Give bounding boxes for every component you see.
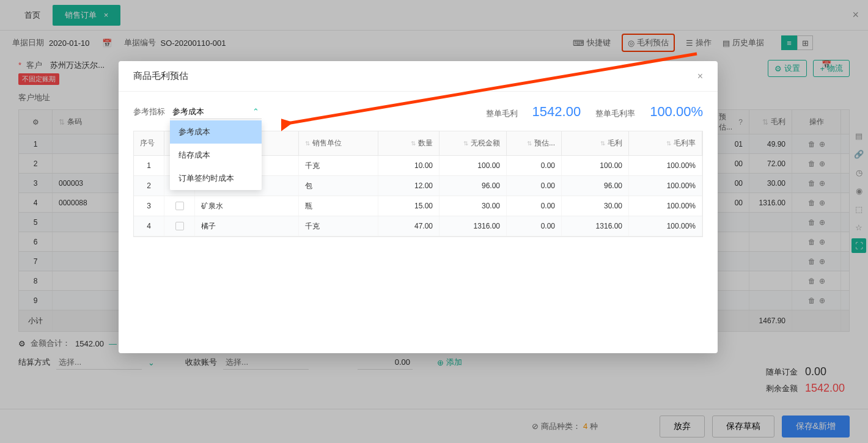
metric-select[interactable]: ⌃ 参考成本 结存成本 订单签约时成本 <box>170 104 262 119</box>
option-contract-cost[interactable]: 订单签约时成本 <box>170 167 262 190</box>
mrow-amount: 96.00 <box>440 176 507 196</box>
mrow-est: 0.00 <box>507 196 562 216</box>
metric-input[interactable] <box>170 104 262 119</box>
mrow-amount: 30.00 <box>440 196 507 216</box>
mrow-check[interactable] <box>164 196 195 216</box>
modal-stats: 整单毛利 1542.00 整单毛利率 100.00% <box>486 104 703 120</box>
mrow-qty: 10.00 <box>378 156 440 175</box>
modal-close-icon[interactable]: × <box>697 71 703 82</box>
metric-label: 参考指标 <box>133 106 165 117</box>
modal-body: 参考指标 ⌃ 参考成本 结存成本 订单签约时成本 整单毛利 1542.00 整单… <box>119 92 718 249</box>
mrow-qty: 12.00 <box>378 176 440 196</box>
modal-controls: 参考指标 ⌃ 参考成本 结存成本 订单签约时成本 整单毛利 1542.00 整单… <box>133 104 703 120</box>
mrow-unit: 千克 <box>299 156 378 175</box>
mrow-profit: 100.00 <box>562 156 629 175</box>
mcol-profit[interactable]: ⇅毛利 <box>562 131 629 155</box>
mcol-amount[interactable]: ⇅无税金额 <box>440 131 507 155</box>
mrow-unit: 瓶 <box>299 196 378 216</box>
mrow-idx: 4 <box>134 216 164 236</box>
mrow-rate: 100.00% <box>629 196 702 216</box>
total-rate-value: 100.00% <box>650 104 703 120</box>
mrow-rate: 100.00% <box>629 216 702 236</box>
chevron-up-icon[interactable]: ⌃ <box>252 107 259 116</box>
profit-row[interactable]: 4 橘子 千克 47.00 1316.00 0.00 1316.00 100.0… <box>134 216 702 236</box>
mrow-profit: 1316.00 <box>562 216 629 236</box>
option-balance-cost[interactable]: 结存成本 <box>170 144 262 167</box>
mrow-profit: 30.00 <box>562 196 629 216</box>
mrow-amount: 1316.00 <box>440 216 507 236</box>
total-profit-value: 1542.00 <box>532 104 581 120</box>
mrow-name: 橘子 <box>195 216 299 236</box>
mrow-est: 0.00 <box>507 216 562 236</box>
total-rate-label: 整单毛利率 <box>595 108 635 119</box>
mrow-idx: 2 <box>134 176 164 196</box>
mcol-unit[interactable]: ⇅销售单位 <box>299 131 378 155</box>
metric-dropdown: 参考成本 结存成本 订单签约时成本 <box>170 120 262 190</box>
mrow-unit: 包 <box>299 176 378 196</box>
modal-title: 商品毛利预估 <box>133 70 188 82</box>
mcol-qty[interactable]: ⇅数量 <box>378 131 440 155</box>
mrow-est: 0.00 <box>507 156 562 175</box>
mrow-profit: 96.00 <box>562 176 629 196</box>
mcol-rate[interactable]: ⇅毛利率 <box>629 131 702 155</box>
mrow-unit: 千克 <box>299 216 378 236</box>
mrow-amount: 100.00 <box>440 156 507 175</box>
mrow-idx: 3 <box>134 196 164 216</box>
mrow-rate: 100.00% <box>629 176 702 196</box>
mcol-est[interactable]: ⇅预估... <box>507 131 562 155</box>
mcol-idx[interactable]: 序号 <box>134 131 164 155</box>
mrow-qty: 47.00 <box>378 216 440 236</box>
mrow-name: 矿泉水 <box>195 196 299 216</box>
profit-row[interactable]: 3 矿泉水 瓶 15.00 30.00 0.00 30.00 100.00% <box>134 196 702 216</box>
total-profit-label: 整单毛利 <box>486 108 518 119</box>
modal-header: 商品毛利预估 × <box>119 61 718 92</box>
option-reference-cost[interactable]: 参考成本 <box>170 120 262 144</box>
mrow-est: 0.00 <box>507 176 562 196</box>
mrow-rate: 100.00% <box>629 156 702 175</box>
profit-estimate-modal: 商品毛利预估 × 参考指标 ⌃ 参考成本 结存成本 订单签约时成本 整单毛利 1… <box>119 61 718 353</box>
mrow-check[interactable] <box>164 216 195 236</box>
mrow-qty: 15.00 <box>378 196 440 216</box>
mrow-idx: 1 <box>134 156 164 175</box>
